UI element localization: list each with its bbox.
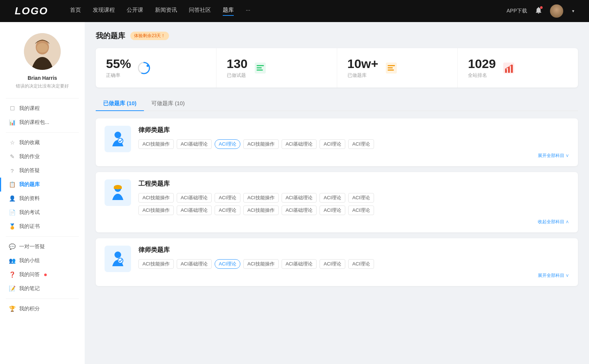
file-icon: ☐ <box>9 105 15 112</box>
tab-available-banks[interactable]: 可做题库 (10) <box>144 96 192 111</box>
qbank-tags-1: ACI技能操作 ACI基础理论 ACI理论 ACI技能操作 ACI基础理论 AC… <box>138 139 569 149</box>
nav-news[interactable]: 新闻资讯 <box>155 7 177 16</box>
qbank-tag[interactable]: ACI理论 <box>348 259 374 269</box>
qbank-tag[interactable]: ACI理论 <box>320 259 345 269</box>
sidebar-item-my-qa[interactable]: ❓ 我的问答 <box>0 268 85 282</box>
qbank-tag[interactable]: ACI技能操作 <box>243 259 279 269</box>
sidebar-item-one-on-one[interactable]: 💬 一对一答疑 <box>0 240 85 254</box>
tab-done-banks[interactable]: 已做题库 (10) <box>96 96 144 111</box>
nav-home[interactable]: 首页 <box>70 7 81 16</box>
nav-open-course[interactable]: 公开课 <box>127 7 143 16</box>
qbank-tag[interactable]: ACI基础理论 <box>282 206 317 215</box>
nav-qa[interactable]: 问答社区 <box>189 7 211 16</box>
qbank-expand-1[interactable]: 展开全部科目 ∨ <box>138 153 569 159</box>
qbank-tag[interactable]: ACI基础理论 <box>282 139 317 149</box>
qbank-tag[interactable]: ACI技能操作 <box>243 206 279 215</box>
qbank-tag[interactable]: ACI基础理论 <box>282 193 317 203</box>
stat-rank: 1029 全站排名 <box>458 48 578 88</box>
sidebar-item-homework[interactable]: ✎ 我的作业 <box>0 150 85 164</box>
qbank-icon-lawyer-1 <box>105 126 131 152</box>
sidebar-divider-4 <box>6 299 79 299</box>
nav-discover[interactable]: 发现课程 <box>93 7 115 16</box>
svg-rect-12 <box>388 67 393 68</box>
qbank-icon-lawyer-3 <box>105 246 131 272</box>
sidebar-item-profile[interactable]: 👤 我的资料 <box>0 192 85 206</box>
nav-qbank[interactable]: 题库 <box>223 7 234 16</box>
app-download-button[interactable]: APP下载 <box>507 8 527 14</box>
main-layout: Brian Harris 错误的决定比没有决定要好 ☐ 我的课程 📊 我的课程包… <box>0 22 589 364</box>
sidebar-item-course-packages[interactable]: 📊 我的课程包... <box>0 115 85 129</box>
sidebar-label-course-packages: 我的课程包... <box>19 119 49 126</box>
qbank-tag[interactable]: ACI理论 <box>215 193 240 203</box>
avatar-dropdown-chevron[interactable]: ▾ <box>572 8 574 14</box>
sidebar-item-notes[interactable]: 📝 我的笔记 <box>0 282 85 296</box>
qbank-tag[interactable]: ACI理论 <box>215 206 240 215</box>
svg-point-2 <box>37 43 48 53</box>
sidebar-item-points[interactable]: 🏆 我的积分 <box>0 302 85 316</box>
nav-more[interactable]: ··· <box>246 7 250 16</box>
qbank-collapse-2[interactable]: 收起全部科目 ∧ <box>138 219 569 225</box>
coin-icon: 🏆 <box>9 306 15 312</box>
paper-icon: 📄 <box>9 209 15 216</box>
user-avatar[interactable] <box>550 4 563 18</box>
svg-point-18 <box>114 132 121 138</box>
qbank-body-2: 工程类题库 ACI技能操作 ACI基础理论 ACI理论 ACI技能操作 ACI基… <box>138 179 569 225</box>
qbank-expand-3[interactable]: 展开全部科目 ∨ <box>138 272 569 279</box>
qa-icon: ❓ <box>9 271 15 278</box>
sidebar-item-qbank[interactable]: 📋 我的题库 <box>0 178 85 192</box>
logo: LOGO <box>15 5 48 17</box>
svg-point-22 <box>114 185 122 189</box>
qbank-tag[interactable]: ACI理论 <box>348 193 374 203</box>
qbank-tag[interactable]: ACI基础理论 <box>282 259 317 269</box>
person-icon: 👤 <box>9 195 15 202</box>
qbank-tag[interactable]: ACI技能操作 <box>243 139 279 149</box>
lawyer-icon <box>109 130 127 148</box>
stat-accuracy: 55% 正确率 <box>96 48 216 88</box>
stat-banks-done: 10w+ 已做题库 <box>337 48 458 88</box>
qbank-tag[interactable]: ACI理论 <box>320 193 345 203</box>
stat-rank-value: 1029 <box>468 57 496 71</box>
qbank-tag[interactable]: ACI基础理论 <box>177 206 212 215</box>
sidebar-label-certs: 我的证书 <box>19 223 40 230</box>
sidebar-item-my-courses[interactable]: ☐ 我的课程 <box>0 101 85 115</box>
sidebar-item-exams[interactable]: 📄 我的考试 <box>0 206 85 220</box>
qbank-tag[interactable]: ACI理论 <box>320 139 345 149</box>
qbank-card-3: 律师类题库 ACI技能操作 ACI基础理论 ACI理论 ACI技能操作 ACI基… <box>96 238 578 286</box>
qbank-tag[interactable]: ACI技能操作 <box>138 193 174 203</box>
qbank-tag[interactable]: ACI技能操作 <box>243 193 279 203</box>
stat-banks-label: 已做题库 <box>348 72 378 79</box>
stat-questions-label: 已做试题 <box>227 72 248 79</box>
chart-icon: 📊 <box>9 119 15 126</box>
qbank-tag[interactable]: ACI理论 <box>348 139 374 149</box>
stats-row: 55% 正确率 130 已做试题 <box>96 48 578 88</box>
nav-links: 首页 发现课程 公开课 新闻资讯 问答社区 题库 ··· <box>70 7 507 16</box>
sidebar-label-groups: 我的小组 <box>19 257 40 264</box>
qbank-tag[interactable]: ACI技能操作 <box>138 139 174 149</box>
star-icon: ☆ <box>9 139 15 146</box>
qa-notification-dot <box>44 274 47 276</box>
qbank-tag-active[interactable]: ACI理论 <box>215 139 240 149</box>
qbank-tag[interactable]: ACI技能操作 <box>138 206 174 215</box>
notification-bell[interactable] <box>535 6 543 16</box>
qbank-tag[interactable]: ACI基础理论 <box>177 259 212 269</box>
qbank-tag[interactable]: ACI理论 <box>348 206 374 215</box>
stat-rank-label: 全站排名 <box>468 72 496 79</box>
sidebar-item-certs[interactable]: 🏅 我的证书 <box>0 220 85 233</box>
qbank-tag[interactable]: ACI基础理论 <box>177 193 212 203</box>
sidebar-divider-1 <box>6 98 79 99</box>
sidebar-divider-2 <box>6 132 79 133</box>
qbank-tag[interactable]: ACI基础理论 <box>177 139 212 149</box>
qbank-tag-active[interactable]: ACI理论 <box>215 259 240 269</box>
svg-point-23 <box>114 251 121 258</box>
sidebar-label-favorites: 我的收藏 <box>19 139 40 146</box>
sidebar-user-motto: 错误的决定比没有决定要好 <box>16 83 69 89</box>
qbank-tag[interactable]: ACI理论 <box>320 206 345 215</box>
sidebar-item-groups[interactable]: 👥 我的小组 <box>0 254 85 268</box>
svg-rect-17 <box>511 65 513 73</box>
sidebar: Brian Harris 错误的决定比没有决定要好 ☐ 我的课程 📊 我的课程包… <box>0 22 85 364</box>
stat-questions-done: 130 已做试题 <box>216 48 337 88</box>
avatar-image <box>550 4 563 18</box>
sidebar-item-favorites[interactable]: ☆ 我的收藏 <box>0 136 85 150</box>
sidebar-item-questions[interactable]: ? 我的答疑 <box>0 164 85 178</box>
qbank-tag[interactable]: ACI技能操作 <box>138 259 174 269</box>
